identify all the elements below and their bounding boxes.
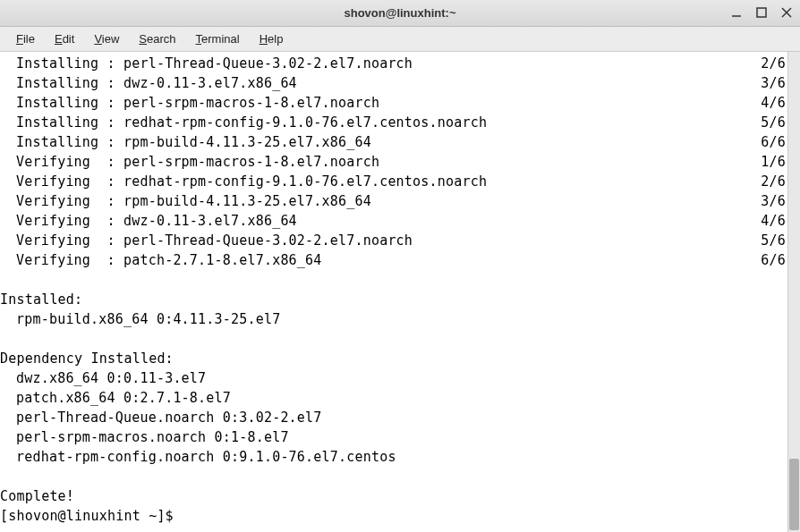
terminal-line: Verifying : redhat-rpm-config-9.1.0-76.e… — [0, 172, 796, 191]
svg-rect-1 — [757, 8, 766, 17]
terminal-prompt: [shovon@linuxhint ~]$ — [0, 506, 796, 526]
terminal-line — [0, 467, 796, 486]
terminal-line: Installing : perl-Thread-Queue-3.02-2.el… — [0, 54, 796, 73]
maximize-button[interactable] — [753, 4, 770, 21]
terminal-line: Verifying : perl-srpm-macros-1-8.el7.noa… — [0, 152, 796, 172]
terminal-line: Installing : perl-srpm-macros-1-8.el7.no… — [0, 93, 796, 113]
menu-search[interactable]: Search — [130, 29, 184, 49]
terminal-line: Verifying : dwz-0.11-3.el7.x86_644/6 — [0, 211, 796, 231]
menu-edit[interactable]: Edit — [46, 29, 83, 49]
menu-file[interactable]: File — [7, 29, 44, 49]
window-controls — [728, 4, 795, 21]
terminal-line: rpm-build.x86_64 0:4.11.3-25.el7 — [0, 309, 796, 329]
terminal-line: redhat-rpm-config.noarch 0:9.1.0-76.el7.… — [0, 447, 796, 467]
terminal-line: Verifying : rpm-build-4.11.3-25.el7.x86_… — [0, 191, 796, 211]
terminal-line — [0, 329, 796, 349]
terminal-line: perl-srpm-macros.noarch 0:1-8.el7 — [0, 427, 796, 447]
terminal-line: Installing : dwz-0.11-3.el7.x86_643/6 — [0, 73, 796, 93]
terminal-line: perl-Thread-Queue.noarch 0:3.02-2.el7 — [0, 408, 796, 427]
menu-view[interactable]: View — [85, 29, 128, 49]
window-title: shovon@linuxhint:~ — [345, 6, 456, 20]
terminal-line — [0, 270, 796, 290]
menu-terminal[interactable]: Terminal — [187, 29, 249, 49]
terminal-line: dwz.x86_64 0:0.11-3.el7 — [0, 368, 796, 388]
scrollbar-thumb[interactable] — [789, 459, 799, 530]
terminal-line: patch.x86_64 0:2.7.1-8.el7 — [0, 388, 796, 408]
terminal-line: Installed: — [0, 290, 796, 309]
terminal-line: Dependency Installed: — [0, 349, 796, 368]
terminal-line: Complete! — [0, 486, 796, 506]
terminal-line: Verifying : patch-2.7.1-8.el7.x86_646/6 — [0, 250, 796, 270]
titlebar: shovon@linuxhint:~ — [0, 0, 800, 27]
terminal-line: Installing : redhat-rpm-config-9.1.0-76.… — [0, 113, 796, 132]
close-button[interactable] — [779, 4, 795, 21]
minimize-button[interactable] — [728, 4, 745, 21]
menubar: File Edit View Search Terminal Help — [0, 27, 800, 52]
menu-help[interactable]: Help — [251, 29, 293, 49]
scrollbar[interactable] — [787, 52, 800, 532]
terminal[interactable]: Installing : perl-Thread-Queue-3.02-2.el… — [0, 52, 800, 532]
terminal-line: Installing : rpm-build-4.11.3-25.el7.x86… — [0, 132, 796, 152]
terminal-line: Verifying : perl-Thread-Queue-3.02-2.el7… — [0, 231, 796, 250]
